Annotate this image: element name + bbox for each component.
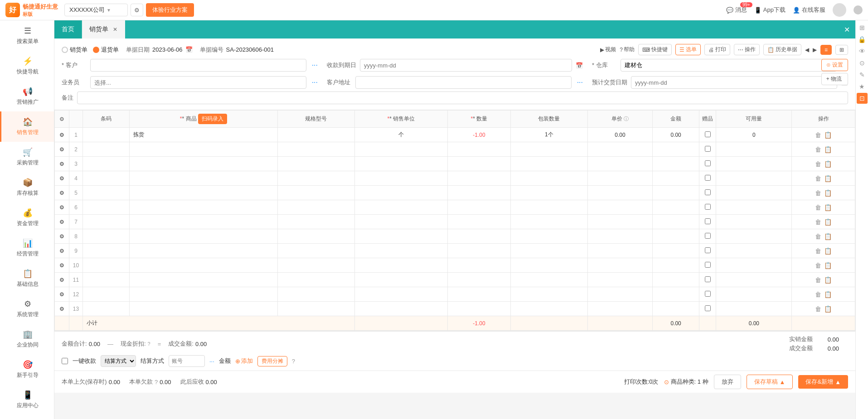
delete-icon[interactable]: 🗑 — [815, 262, 821, 269]
row-unit[interactable] — [354, 142, 447, 157]
sidebar-item-marketing[interactable]: 📢 营销推广 — [0, 81, 54, 111]
sidebar-item-quick-nav[interactable]: ⚡ 快捷导航 — [0, 51, 54, 81]
row-barcode[interactable] — [83, 287, 130, 302]
row-amount[interactable] — [652, 157, 699, 171]
delete-icon[interactable]: 🗑 — [815, 131, 821, 139]
row-amount[interactable] — [652, 258, 699, 273]
row-amount[interactable] — [652, 273, 699, 287]
account-input[interactable] — [169, 355, 205, 367]
row-price[interactable] — [587, 142, 652, 157]
row-pkg-qty[interactable] — [510, 258, 587, 273]
account-dots-icon[interactable]: ··· — [209, 358, 214, 365]
copy-icon[interactable]: 📋 — [824, 247, 832, 255]
row-pkg-qty[interactable] — [510, 215, 587, 229]
row-unit[interactable] — [354, 157, 447, 171]
delete-icon[interactable]: 🗑 — [815, 160, 821, 168]
sidebar-item-purchase[interactable]: 🛒 采购管理 — [0, 142, 54, 172]
rp-lock-icon[interactable]: 🔒 — [857, 34, 868, 45]
delete-icon[interactable]: 🗑 — [815, 276, 821, 284]
row-amount[interactable] — [652, 200, 699, 215]
row-pkg-qty[interactable] — [510, 171, 587, 186]
row-barcode[interactable] — [83, 229, 130, 244]
app-download-button[interactable]: 📱 App下载 — [754, 6, 786, 14]
row-gift[interactable] — [699, 287, 716, 302]
col-setting[interactable]: ⚙ — [55, 111, 69, 128]
row-unit[interactable] — [354, 244, 447, 258]
row-unit[interactable] — [354, 287, 447, 302]
delete-icon[interactable]: 🗑 — [815, 233, 821, 240]
row-setting[interactable]: ⚙ — [55, 128, 69, 142]
trial-button[interactable]: 体验行业方案 — [146, 3, 194, 17]
delete-icon[interactable]: 🗑 — [815, 189, 821, 197]
save-new-button[interactable]: 保存&新增 ▲ — [798, 375, 848, 389]
row-spec[interactable] — [277, 186, 354, 200]
row-gift[interactable] — [699, 215, 716, 229]
row-pkg-qty[interactable] — [510, 186, 587, 200]
row-unit[interactable] — [354, 258, 447, 273]
rp-eye-icon[interactable]: 👁 — [857, 46, 868, 57]
delete-icon[interactable]: 🗑 — [815, 291, 821, 298]
row-price[interactable] — [587, 186, 652, 200]
delete-icon[interactable]: 🗑 — [815, 146, 821, 153]
row-setting[interactable]: ⚙ — [55, 273, 69, 287]
row-amount[interactable] — [652, 229, 699, 244]
row-product[interactable] — [130, 157, 277, 171]
row-qty[interactable] — [448, 302, 511, 316]
copy-icon[interactable]: 📋 — [824, 175, 832, 182]
row-qty[interactable] — [448, 157, 511, 171]
video-link[interactable]: ▶ 视频 — [600, 46, 616, 53]
row-price[interactable] — [587, 287, 652, 302]
row-pkg-qty[interactable] — [510, 244, 587, 258]
row-pkg-qty[interactable]: 1个 — [510, 128, 587, 142]
row-spec[interactable] — [277, 229, 354, 244]
row-amount[interactable] — [652, 302, 699, 316]
row-barcode[interactable] — [83, 171, 130, 186]
row-gift[interactable] — [699, 229, 716, 244]
row-qty[interactable] — [448, 273, 511, 287]
row-pkg-qty[interactable] — [510, 142, 587, 157]
sidebar-item-basics[interactable]: 📋 基础信息 — [0, 263, 54, 294]
warehouse-input[interactable] — [621, 59, 837, 72]
one-click-checkbox[interactable] — [62, 358, 68, 364]
row-setting[interactable]: ⚙ — [55, 157, 69, 171]
add-button[interactable]: ⊕ 添加 — [235, 357, 253, 365]
delete-icon[interactable]: 🗑 — [815, 247, 821, 255]
tab-close-icon[interactable]: ✕ — [113, 26, 117, 33]
row-gift[interactable] — [699, 128, 716, 142]
next-button[interactable]: ▶ — [813, 47, 817, 53]
rp-circle-icon[interactable]: ⊙ — [857, 58, 868, 68]
row-price[interactable] — [587, 273, 652, 287]
row-gift[interactable] — [699, 200, 716, 215]
row-gift[interactable] — [699, 142, 716, 157]
customer-dots-icon[interactable]: ··· — [312, 61, 318, 69]
row-setting[interactable]: ⚙ — [55, 302, 69, 316]
row-unit[interactable] — [354, 186, 447, 200]
row-product[interactable] — [130, 186, 277, 200]
row-product[interactable] — [130, 142, 277, 157]
tab-home[interactable]: 首页 — [54, 20, 82, 39]
row-unit[interactable] — [354, 200, 447, 215]
row-setting[interactable]: ⚙ — [55, 287, 69, 302]
note-input[interactable] — [77, 92, 848, 104]
row-spec[interactable] — [277, 302, 354, 316]
row-barcode[interactable] — [83, 302, 130, 316]
row-setting[interactable]: ⚙ — [55, 229, 69, 244]
copy-icon[interactable]: 📋 — [824, 146, 832, 153]
row-product[interactable] — [130, 244, 277, 258]
copy-icon[interactable]: 📋 — [824, 131, 832, 139]
gear-button[interactable]: ⚙ — [131, 4, 143, 16]
row-setting[interactable]: ⚙ — [55, 171, 69, 186]
row-pkg-qty[interactable] — [510, 273, 587, 287]
sidebar-item-system[interactable]: ⚙ 系统管理 — [0, 294, 54, 324]
row-spec[interactable] — [277, 128, 354, 142]
copy-icon[interactable]: 📋 — [824, 218, 832, 226]
sidebar-item-management[interactable]: 📊 经营管理 — [0, 233, 54, 263]
row-price[interactable] — [587, 215, 652, 229]
row-barcode[interactable] — [83, 244, 130, 258]
rp-orange-icon[interactable]: ⊡ — [857, 93, 868, 104]
row-qty[interactable] — [448, 258, 511, 273]
row-pkg-qty[interactable] — [510, 302, 587, 316]
row-setting[interactable]: ⚙ — [55, 215, 69, 229]
split-view-button[interactable]: ⊞ — [835, 45, 848, 55]
row-barcode[interactable] — [83, 200, 130, 215]
